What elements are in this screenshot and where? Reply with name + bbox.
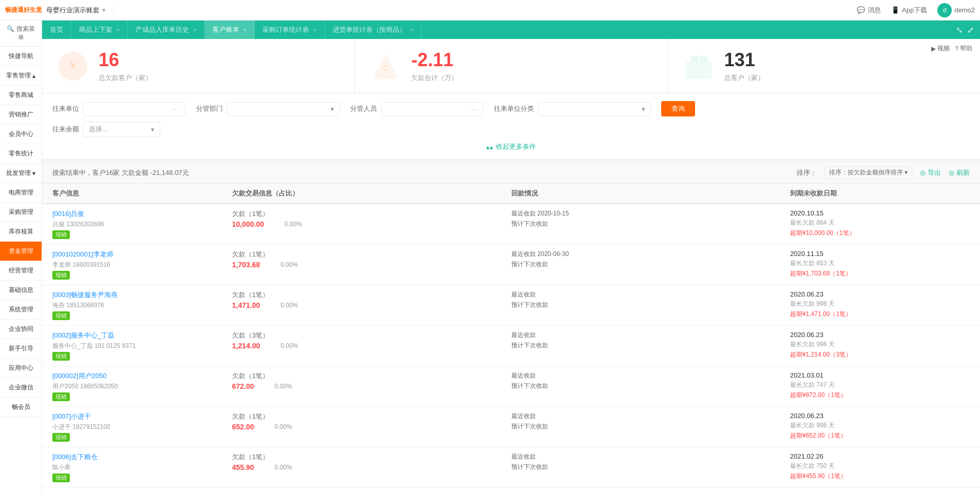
collapse-icon: ▴▴ [486,143,493,151]
sidebar-item-inventory[interactable]: 库存核算 [0,222,42,242]
sidebar-item-retail-mgmt[interactable]: 零售管理 ▴ [0,66,42,86]
message-btn[interactable]: 💬 消息 [857,6,881,15]
balance-select[interactable]: 选择... ▾ [83,122,160,137]
tab-stock-stats[interactable]: 进货单统计表（按商品） × [325,21,421,39]
table-row: [0016]吕俊 吕俊 13026203696 现销 欠款（1笔） 10,000… [42,204,980,245]
stat-actions: ▶ 视频 ? 帮助 [931,44,972,53]
collapse-filters-btn[interactable]: ▴▴ 收起更多条件 [52,142,970,151]
help-btn[interactable]: ? 帮助 [955,44,972,53]
overdue-info-4: 2021.03.01 最长欠款 747 天 超期¥672.00（1笔） [790,371,970,400]
filter-unit-type: 往来单位分类 ▾ [494,102,651,116]
from-unit-input[interactable]: ··· [83,102,186,116]
sidebar-item-system[interactable]: 系统管理 [0,300,42,320]
overdue-link-2[interactable]: 超期¥1,471.00（1笔） [790,310,970,319]
customer-info-3: [0002]服务中心_丁磊 服务中心_丁磊 181 0125 8371 现销 [52,331,232,361]
sidebar-item-quick-nav[interactable]: 快捷导航 [0,47,42,66]
tab-purchase-stats[interactable]: 采购订单统计表 × [255,21,324,39]
tab-purchase-stats-close[interactable]: × [313,27,316,33]
debt-amount-6: 455.90 [232,463,254,471]
tab-customer-account-close[interactable]: × [243,27,246,33]
store-arrow: ▾ [102,6,106,14]
sidebar-item-apps[interactable]: 应用中心 [0,359,42,378]
overdue-link-3[interactable]: 超期¥1,214.00（3笔） [790,350,970,359]
debt-count-6: 欠款（1笔） [232,452,511,462]
tab-product-listing[interactable]: 商品上下架 × [71,21,128,39]
search-button[interactable]: 查询 [661,101,695,116]
overdue-link-5[interactable]: 超期¥652.00（1笔） [790,431,970,440]
customer-name-6[interactable]: [0006]去下粮仓 [52,452,232,462]
retail-mgmt-arrow: ▴ [32,72,35,80]
from-unit-dots: ··· [171,105,180,113]
manager-input[interactable]: ··· [381,102,484,116]
tab-home[interactable]: 首页 [42,21,71,39]
overdue-days-4: 最长欠款 747 天 [790,381,970,389]
customer-name-2[interactable]: [0003]畅捷服务尹海燕 [52,290,232,300]
sidebar-item-vip[interactable]: 畅会员 [0,398,42,417]
tab-product-listing-close[interactable]: × [117,27,120,33]
col-header-debt: 欠款交易信息（占比） [232,189,511,198]
tab-stock-history-close[interactable]: × [193,27,196,33]
unit-type-arrow: ▾ [642,105,645,113]
sidebar-item-retail-stats[interactable]: 零售统计 [0,144,42,164]
view-video-btn[interactable]: ▶ 视频 [931,44,950,53]
next-collection-1: 预计下次收款 [511,260,791,269]
debt-amount-1: 1,703.68 [232,261,260,269]
collection-info-1: 最近收款 2020-06-30 预计下次收款 [511,250,791,269]
tab-purchase-stats-label: 采购订单统计表 [262,25,309,34]
app-download-btn[interactable]: 📱 App下载 [891,6,927,15]
customer-name-3[interactable]: [0002]服务中心_丁磊 [52,331,232,340]
tabs-collapse-btn[interactable]: ⤡ [955,24,964,36]
tab-customer-account-label: 客户账本 [213,25,239,34]
app-download-label: App下载 [902,6,927,15]
help-icon: ? [955,45,958,52]
customer-name-4[interactable]: [000002]用户2050 [52,371,232,381]
debt-percent-5: 0.00% [275,423,292,430]
overdue-days-2: 最长欠款 998 天 [790,300,970,308]
refresh-btn[interactable]: ◎ 刷新 [949,168,970,178]
store-selector[interactable]: 母婴行业演示账套 ▾ [46,6,114,15]
sidebar-item-guide[interactable]: 新手引导 [0,339,42,359]
table-row: [000002]用户2050 用户2050 18665062050 现销 欠款（… [42,366,980,407]
sidebar-item-marketing[interactable]: 营销推广 [0,105,42,125]
filter-row-1: 往来单位 ··· 分管部门 ▾ [52,101,970,116]
customer-name-0[interactable]: [0016]吕俊 [52,209,232,219]
sidebar-item-ecommerce[interactable]: 电商管理 [0,183,42,203]
sidebar-item-wholesale[interactable]: 批发管理 ▾ [0,164,42,183]
sidebar-search[interactable]: 🔍 搜索菜单 [0,21,42,47]
customer-name-5[interactable]: [0007]小进干 [52,412,232,421]
tab-stock-stats-label: 进货单统计表（按商品） [333,25,406,34]
sidebar-item-enterprise[interactable]: 企业协同 [0,320,42,339]
unit-type-select[interactable]: ▾ [538,102,651,116]
debt-info-5: 欠款（1笔） 652.00 0.00% [232,412,511,431]
debt-percent-3: 0.00% [281,342,298,349]
overdue-link-1[interactable]: 超期¥1,703.68（1笔） [790,269,970,278]
customer-name-1[interactable]: [0001020001]李老师 [52,250,232,259]
tab-customer-account[interactable]: 客户账本 × [205,21,255,39]
sidebar-item-finance[interactable]: 资金管理 [0,242,42,261]
tab-stock-stats-close[interactable]: × [410,27,413,33]
avatar: d [937,3,952,17]
sidebar-item-member[interactable]: 会员中心 [0,125,42,144]
sidebar-item-basic-info[interactable]: 基础信息 [0,281,42,300]
tabs-expand-btn[interactable]: ⤢ [966,24,975,36]
sort-selector[interactable]: 排序：按欠款金额倒序排序 ▾ [824,166,912,179]
collection-info-6: 最近收款 预计下次收款 [511,452,791,471]
overdue-link-6[interactable]: 超期¥455.90（1笔） [790,472,970,481]
logo-text: 畅捷通好生意 [5,6,42,14]
overdue-link-4[interactable]: 超期¥672.00（1笔） [790,391,970,400]
customer-phone-3: 服务中心_丁磊 181 0125 8371 [52,342,232,350]
dept-select[interactable]: ▾ [227,102,340,116]
sidebar-item-purchase[interactable]: 采购管理 [0,203,42,222]
sidebar-item-retail-mall[interactable]: 零售商城 [0,86,42,105]
tab-stock-history[interactable]: 产成品入库单历史 × [128,21,204,39]
last-collection-5: 最近收款 [511,412,791,421]
sidebar-item-operations[interactable]: 经营管理 [0,261,42,281]
debt-percent-1: 0.00% [281,261,298,268]
export-btn[interactable]: ◎ 导出 [920,168,941,178]
last-collection-3: 最近收款 [511,331,791,340]
overdue-link-0[interactable]: 超期¥10,000.00（1笔） [790,229,970,238]
user-avatar-btn[interactable]: d demo2 [937,3,975,17]
store-name: 母婴行业演示账套 [46,6,100,15]
table-header: 客户信息 欠款交易信息（占比） 回款情况 到期未收款日期 [42,184,980,204]
sidebar-item-wechat[interactable]: 企业微信 [0,378,42,398]
